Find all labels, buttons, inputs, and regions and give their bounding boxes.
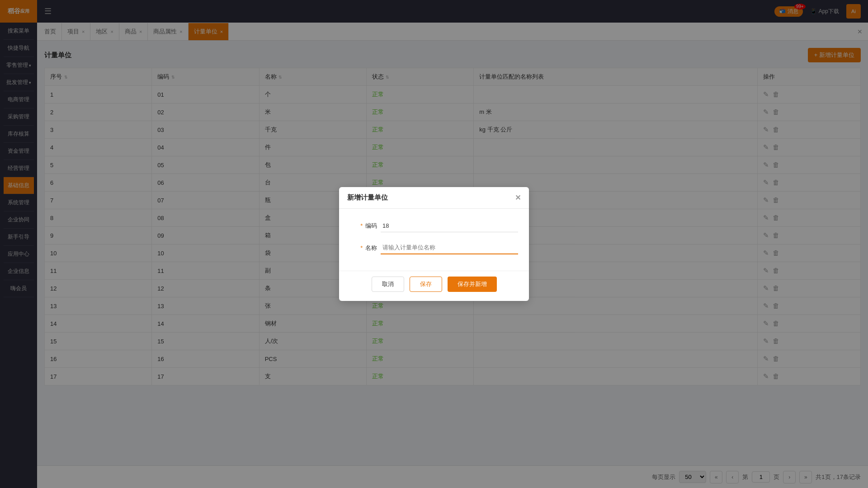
code-label: * 编码: [350, 222, 377, 230]
code-field-row: * 编码: [350, 220, 518, 232]
code-label-text: 编码: [365, 222, 377, 229]
save-button[interactable]: 保存: [410, 277, 442, 292]
code-required-mark: *: [360, 222, 363, 229]
cancel-button[interactable]: 取消: [372, 277, 404, 292]
modal-close-button[interactable]: ✕: [515, 193, 521, 202]
name-label-text: 名称: [365, 244, 377, 251]
name-required-mark: *: [360, 244, 363, 251]
modal-body: * 编码 * 名称: [339, 209, 529, 271]
code-input[interactable]: [381, 220, 518, 232]
modal-title: 新增计量单位: [347, 193, 388, 202]
name-label: * 名称: [350, 244, 377, 252]
save-and-new-button[interactable]: 保存并新增: [448, 277, 497, 292]
name-field-row: * 名称: [350, 241, 518, 254]
modal-overlay[interactable]: 新增计量单位 ✕ * 编码 * 名称 取消 保存 保存并新增: [0, 0, 868, 488]
modal-footer: 取消 保存 保存并新增: [339, 271, 529, 301]
add-unit-modal: 新增计量单位 ✕ * 编码 * 名称 取消 保存 保存并新增: [339, 187, 529, 301]
modal-header: 新增计量单位 ✕: [339, 187, 529, 209]
name-input[interactable]: [381, 241, 518, 254]
